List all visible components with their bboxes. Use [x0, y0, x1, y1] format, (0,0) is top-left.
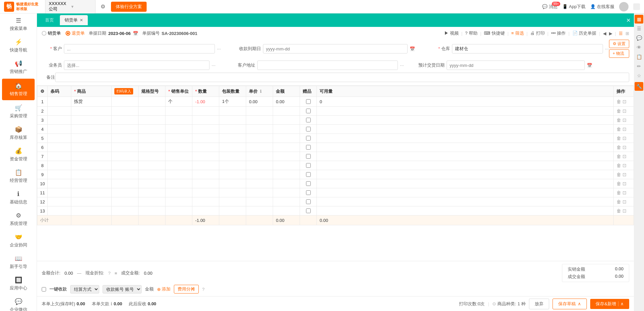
- row-barcode[interactable]: [48, 170, 71, 179]
- row-spec[interactable]: [139, 206, 165, 216]
- copy-icon[interactable]: ⊡: [622, 190, 627, 195]
- sidebar-item-quick-nav[interactable]: ⚡ 快捷导航: [0, 35, 37, 56]
- row-quantity[interactable]: [192, 197, 219, 206]
- row-unit-price[interactable]: [246, 161, 273, 170]
- rp-edit-btn[interactable]: ✏: [635, 62, 643, 71]
- row-barcode[interactable]: [48, 161, 71, 170]
- row-gift[interactable]: [300, 188, 317, 197]
- save-draft-btn[interactable]: 保存草稿 ∧: [553, 299, 587, 309]
- row-product[interactable]: [71, 152, 112, 161]
- row-unit-price[interactable]: [246, 152, 273, 161]
- row-product[interactable]: [71, 170, 112, 179]
- row-gift[interactable]: [300, 134, 317, 143]
- row-spec[interactable]: [139, 152, 165, 161]
- total-owe-info-icon[interactable]: ℹ: [111, 301, 112, 306]
- notes-input[interactable]: [55, 73, 629, 82]
- row-gift[interactable]: [300, 107, 317, 116]
- nav-next-btn[interactable]: ▶: [609, 31, 612, 36]
- video-btn[interactable]: ▶ 视频: [444, 30, 459, 36]
- row-spec[interactable]: [139, 97, 165, 107]
- row-unit-price[interactable]: [246, 188, 273, 197]
- row-barcode[interactable]: [48, 188, 71, 197]
- row-quantity[interactable]: [192, 179, 219, 188]
- copy-icon[interactable]: ⊡: [622, 172, 627, 177]
- setting-btn[interactable]: ⚙ 设置: [609, 40, 629, 48]
- filter-btn[interactable]: ≡ 筛选: [511, 30, 524, 36]
- row-barcode[interactable]: [48, 179, 71, 188]
- sidebar-item-app-center[interactable]: 🔲 应用中心: [0, 273, 37, 295]
- row-barcode[interactable]: [48, 107, 71, 116]
- one-click-payment-checkbox[interactable]: [42, 287, 46, 291]
- row-barcode[interactable]: [48, 125, 71, 134]
- row-spec[interactable]: [139, 161, 165, 170]
- row-barcode[interactable]: [48, 97, 71, 107]
- row-barcode[interactable]: [48, 197, 71, 206]
- row-gift[interactable]: [300, 97, 317, 107]
- row-product[interactable]: [71, 125, 112, 134]
- row-spec[interactable]: [139, 179, 165, 188]
- row-product[interactable]: 拣货: [71, 97, 112, 107]
- copy-icon[interactable]: ⊡: [622, 145, 627, 150]
- salesman-input[interactable]: [64, 61, 210, 70]
- row-quantity[interactable]: [192, 152, 219, 161]
- row-barcode[interactable]: [48, 134, 71, 143]
- sidebar-item-collab[interactable]: 🤝 企业协同: [0, 230, 37, 251]
- th-gear[interactable]: ⚙: [37, 86, 48, 97]
- row-gift[interactable]: [300, 197, 317, 206]
- warehouse-dots-btn[interactable]: ···: [605, 46, 609, 51]
- row-barcode[interactable]: [48, 152, 71, 161]
- row-quantity[interactable]: [192, 170, 219, 179]
- delete-icon[interactable]: 🗑: [616, 117, 621, 123]
- row-unit-price[interactable]: [246, 107, 273, 116]
- sidebar-item-guide[interactable]: 📖 新手引导: [0, 251, 37, 273]
- view-list-btn[interactable]: ☰: [619, 31, 623, 36]
- radio-sales[interactable]: 销货单: [42, 30, 61, 36]
- unit-price-info-icon[interactable]: ℹ: [260, 89, 262, 94]
- row-unit-price[interactable]: [246, 125, 273, 134]
- experience-btn[interactable]: 体验行业方案: [111, 2, 147, 12]
- row-quantity[interactable]: [192, 206, 219, 216]
- row-spec[interactable]: [139, 197, 165, 206]
- copy-icon[interactable]: ⊡: [622, 199, 627, 204]
- tab-sales-order[interactable]: 销货单 ✕: [60, 15, 88, 25]
- sidebar-item-weixin[interactable]: 💬 企业微信: [0, 295, 37, 311]
- row-unit-price[interactable]: [246, 170, 273, 179]
- payment-method-select[interactable]: 结算方式: [70, 285, 99, 294]
- row-spec[interactable]: [139, 125, 165, 134]
- row-quantity[interactable]: [192, 125, 219, 134]
- row-unit-price[interactable]: [246, 197, 273, 206]
- warehouse-input[interactable]: [452, 44, 603, 53]
- copy-icon[interactable]: ⊡: [622, 108, 627, 114]
- row-unit-price[interactable]: [246, 143, 273, 152]
- help-btn[interactable]: ? 帮助: [465, 30, 478, 36]
- row-unit-price[interactable]: [246, 134, 273, 143]
- row-quantity[interactable]: [192, 188, 219, 197]
- sidebar-item-marketing[interactable]: 📢 营销推广: [0, 56, 37, 78]
- sidebar-item-search[interactable]: ☰ 搜索菜单: [0, 13, 37, 35]
- rp-book-btn[interactable]: 📋: [635, 52, 643, 61]
- discount-help-icon[interactable]: ?: [108, 271, 111, 276]
- rp-eye-btn[interactable]: 👁: [635, 43, 643, 52]
- app-download-btn[interactable]: 📱 App下载: [562, 4, 585, 10]
- copy-icon[interactable]: ⊡: [622, 135, 627, 141]
- tab-close-icon[interactable]: ✕: [80, 18, 83, 23]
- operation-btn[interactable]: ••• 操作: [551, 30, 566, 36]
- message-btn[interactable]: 💬 消息 99+: [542, 4, 558, 10]
- copy-icon[interactable]: ⊡: [622, 99, 627, 104]
- row-gift[interactable]: [300, 206, 317, 216]
- row-unit-price[interactable]: [246, 116, 273, 125]
- settings-icon-btn[interactable]: ⚙: [98, 2, 108, 11]
- shortcut-btn[interactable]: ⌨ 快捷键: [484, 30, 505, 36]
- delete-icon[interactable]: 🗑: [616, 172, 621, 177]
- row-gift[interactable]: [300, 125, 317, 134]
- company-selector[interactable]: XXXXXX公司 ▾: [45, 0, 96, 14]
- expected-date-calendar-icon[interactable]: 📅: [587, 63, 592, 68]
- delete-icon[interactable]: 🗑: [616, 154, 621, 159]
- customer-address-input[interactable]: [257, 61, 398, 70]
- payment-date-calendar-icon[interactable]: 📅: [410, 46, 415, 51]
- row-gift[interactable]: [300, 179, 317, 188]
- row-quantity[interactable]: [192, 116, 219, 125]
- row-unit-price[interactable]: 0.00: [246, 97, 273, 107]
- row-quantity[interactable]: [192, 107, 219, 116]
- user-avatar[interactable]: [619, 2, 629, 11]
